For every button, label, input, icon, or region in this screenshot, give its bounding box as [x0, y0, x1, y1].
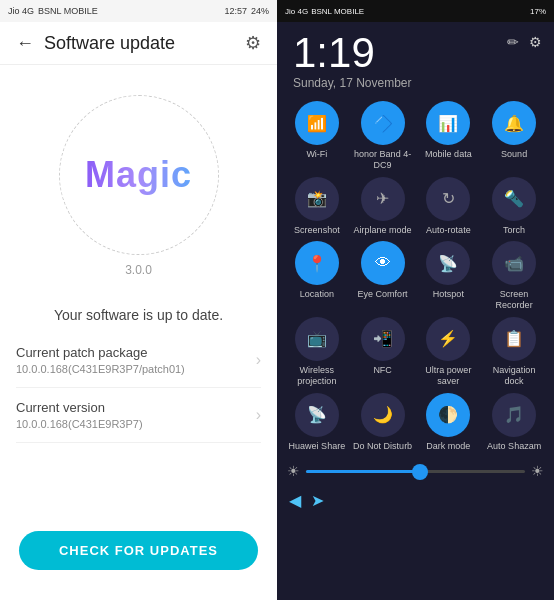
nav-left-icon[interactable]: ◀ [289, 491, 301, 510]
header: ← Software update ⚙ [0, 22, 277, 65]
status-bar-right: Jio 4G BSNL MOBILE 17% [277, 0, 554, 22]
date-display: Sunday, 17 November [293, 76, 412, 90]
brightness-low-icon: ☀ [287, 463, 300, 479]
toggle-circle-7: 🔦 [492, 177, 536, 221]
toggle-label-1: honor Band 4-DC9 [353, 149, 413, 171]
quick-settings-panel: Jio 4G BSNL MOBILE 17% 1:19 Sunday, 17 N… [277, 0, 554, 600]
magic-container: Magic 3.0.0 [0, 65, 277, 287]
toggle-item-19[interactable]: 🎵Auto Shazam [484, 393, 544, 452]
toggles-grid: 📶Wi-Fi🔷honor Band 4-DC9📊Mobile data🔔Soun… [277, 95, 554, 457]
toggle-circle-9: 👁 [361, 241, 405, 285]
toggle-circle-10: 📡 [426, 241, 470, 285]
version-display: 3.0.0 [125, 263, 152, 277]
header-left: ← Software update [16, 33, 175, 54]
carrier2-right: BSNL MOBILE [311, 7, 364, 16]
toggle-circle-14: ⚡ [426, 317, 470, 361]
toggle-item-5[interactable]: ✈Airplane mode [353, 177, 413, 236]
chevron-right-icon-2: › [256, 406, 261, 424]
chevron-right-icon: › [256, 351, 261, 369]
toggle-circle-12: 📺 [295, 317, 339, 361]
toggle-item-14[interactable]: ⚡Ultra power saver [419, 317, 479, 387]
toggle-label-0: Wi-Fi [306, 149, 327, 160]
quick-header: 1:19 Sunday, 17 November ✏ ⚙ [277, 22, 554, 95]
patch-label: Current patch package [16, 345, 185, 360]
toggle-label-10: Hotspot [433, 289, 464, 300]
brightness-high-icon: ☀ [531, 463, 544, 479]
toggle-circle-2: 📊 [426, 101, 470, 145]
patch-item[interactable]: Current patch package 10.0.0.168(C431E9R… [16, 333, 261, 388]
carrier1-right: Jio 4G [285, 7, 308, 16]
gear-icon[interactable]: ⚙ [245, 32, 261, 54]
toggle-label-19: Auto Shazam [487, 441, 541, 452]
toggle-item-6[interactable]: ↻Auto-rotate [419, 177, 479, 236]
edit-icon[interactable]: ✏ [507, 34, 519, 50]
toggle-item-9[interactable]: 👁Eye Comfort [353, 241, 413, 311]
page-title: Software update [44, 33, 175, 54]
toggle-circle-17: 🌙 [361, 393, 405, 437]
toggle-circle-15: 📋 [492, 317, 536, 361]
toggle-item-0[interactable]: 📶Wi-Fi [287, 101, 347, 171]
up-to-date-text: Your software is up to date. [0, 287, 277, 333]
patch-value: 10.0.0.168(C431E9R3P7/patch01) [16, 363, 185, 375]
toggle-circle-8: 📍 [295, 241, 339, 285]
time-left: 12:57 [224, 6, 247, 16]
toggle-item-11[interactable]: 📹Screen Recorder [484, 241, 544, 311]
version-label: Current version [16, 400, 143, 415]
software-update-panel: Jio 4G BSNL MOBILE 12:57 24% ← Software … [0, 0, 277, 600]
brightness-track[interactable] [306, 470, 525, 473]
nav-arrow-icon[interactable]: ➤ [311, 491, 324, 510]
toggle-item-18[interactable]: 🌓Dark mode [419, 393, 479, 452]
toggle-label-11: Screen Recorder [484, 289, 544, 311]
brightness-fill [306, 470, 426, 473]
quick-header-icons: ✏ ⚙ [507, 34, 542, 50]
toggle-label-14: Ultra power saver [419, 365, 479, 387]
toggle-label-17: Do Not Disturb [353, 441, 412, 452]
toggle-circle-0: 📶 [295, 101, 339, 145]
toggle-circle-18: 🌓 [426, 393, 470, 437]
carrier2-left: BSNL MOBILE [38, 6, 98, 16]
toggle-label-8: Location [300, 289, 334, 300]
toggle-item-3[interactable]: 🔔Sound [484, 101, 544, 171]
bottom-icons: ◀ ➤ [277, 485, 554, 516]
toggle-item-8[interactable]: 📍Location [287, 241, 347, 311]
info-section: Current patch package 10.0.0.168(C431E9R… [0, 333, 277, 443]
settings-icon[interactable]: ⚙ [529, 34, 542, 50]
toggle-label-6: Auto-rotate [426, 225, 471, 236]
toggle-label-18: Dark mode [426, 441, 470, 452]
toggle-item-10[interactable]: 📡Hotspot [419, 241, 479, 311]
toggle-label-9: Eye Comfort [358, 289, 408, 300]
toggle-item-7[interactable]: 🔦Torch [484, 177, 544, 236]
toggle-label-12: Wireless projection [287, 365, 347, 387]
check-btn-container: CHECK FOR UPDATES [0, 531, 277, 570]
status-bar-left: Jio 4G BSNL MOBILE 12:57 24% [0, 0, 277, 22]
toggle-item-12[interactable]: 📺Wireless projection [287, 317, 347, 387]
brightness-bar: ☀ ☀ [277, 457, 554, 485]
toggle-circle-13: 📲 [361, 317, 405, 361]
toggle-item-4[interactable]: 📸Screenshot [287, 177, 347, 236]
check-updates-button[interactable]: CHECK FOR UPDATES [19, 531, 258, 570]
toggle-item-17[interactable]: 🌙Do Not Disturb [353, 393, 413, 452]
version-value: 10.0.0.168(C431E9R3P7) [16, 418, 143, 430]
toggle-circle-3: 🔔 [492, 101, 536, 145]
time-display: 1:19 [293, 32, 412, 74]
toggle-circle-1: 🔷 [361, 101, 405, 145]
update-ring: Magic [59, 95, 219, 255]
toggle-circle-19: 🎵 [492, 393, 536, 437]
toggle-item-1[interactable]: 🔷honor Band 4-DC9 [353, 101, 413, 171]
battery-right: 17% [530, 7, 546, 16]
carrier1-left: Jio 4G [8, 6, 34, 16]
toggle-item-16[interactable]: 📡Huawei Share [287, 393, 347, 452]
back-button[interactable]: ← [16, 33, 34, 54]
toggle-item-2[interactable]: 📊Mobile data [419, 101, 479, 171]
toggle-circle-4: 📸 [295, 177, 339, 221]
toggle-circle-5: ✈ [361, 177, 405, 221]
toggle-label-13: NFC [373, 365, 392, 376]
toggle-circle-6: ↻ [426, 177, 470, 221]
toggle-label-5: Airplane mode [354, 225, 412, 236]
brightness-thumb[interactable] [412, 464, 428, 480]
version-item[interactable]: Current version 10.0.0.168(C431E9R3P7) › [16, 388, 261, 443]
toggle-item-15[interactable]: 📋Navigation dock [484, 317, 544, 387]
battery-left: 24% [251, 6, 269, 16]
toggle-item-13[interactable]: 📲NFC [353, 317, 413, 387]
toggle-label-3: Sound [501, 149, 527, 160]
